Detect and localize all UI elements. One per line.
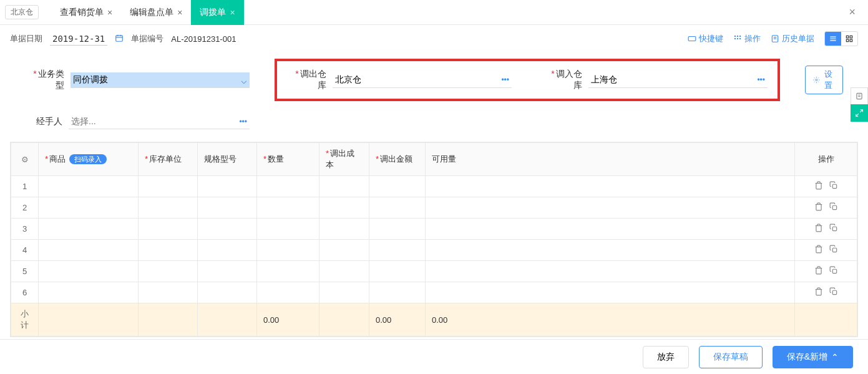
copy-icon[interactable] — [829, 181, 838, 192]
cell-qty[interactable] — [257, 240, 319, 261]
cell-product[interactable] — [39, 240, 139, 261]
delete-icon[interactable] — [814, 245, 823, 255]
cell-qty[interactable] — [257, 219, 319, 240]
cell-out-amount[interactable] — [369, 219, 426, 240]
table-row[interactable]: 3 — [11, 219, 857, 240]
cell-out-amount[interactable] — [369, 282, 426, 303]
cell-unit[interactable] — [139, 219, 198, 240]
more-icon[interactable]: ••• — [239, 117, 247, 126]
cell-out-amount[interactable] — [369, 176, 426, 197]
cell-qty[interactable] — [257, 261, 319, 282]
cell-out-cost[interactable] — [319, 197, 369, 219]
copy-icon[interactable] — [829, 287, 838, 298]
biz-type-label: *业务类型 — [25, 69, 64, 91]
table-row[interactable]: 4 — [11, 240, 857, 261]
cell-out-cost[interactable] — [319, 282, 369, 303]
delete-icon[interactable] — [814, 181, 823, 192]
more-icon[interactable]: ••• — [757, 76, 765, 84]
cell-out-amount[interactable] — [369, 240, 426, 261]
table-row[interactable]: 1 — [11, 176, 857, 197]
handler-label: 经手人 — [25, 116, 62, 127]
available-header: 可用量 — [426, 143, 795, 176]
scan-badge[interactable]: 扫码录入 — [69, 154, 107, 164]
handler-input[interactable] — [69, 114, 250, 129]
items-table-wrap: ⚙ *商品扫码录入 *库存单位 规格型号 *数量 *调出成本 *调出金额 可用量… — [10, 142, 858, 337]
in-wh-input[interactable] — [588, 72, 768, 88]
copy-icon[interactable] — [829, 266, 838, 277]
doc-no-value: AL-20191231-001 — [171, 34, 236, 44]
cell-spec[interactable] — [198, 240, 257, 261]
more-icon[interactable]: ••• — [501, 76, 509, 84]
cell-available[interactable] — [426, 240, 795, 261]
delete-icon[interactable] — [814, 287, 823, 298]
chevron-down-icon[interactable]: ⌵ — [241, 74, 247, 86]
out-cost-header: *调出成本 — [319, 143, 369, 176]
cell-spec[interactable] — [198, 197, 257, 219]
cell-unit[interactable] — [139, 261, 198, 282]
copy-icon[interactable] — [829, 202, 838, 213]
calendar-icon[interactable] — [115, 34, 124, 44]
copy-icon[interactable] — [829, 245, 838, 255]
cell-product[interactable] — [39, 197, 139, 219]
view-grid-icon[interactable] — [841, 32, 857, 46]
cell-spec[interactable] — [198, 261, 257, 282]
settings-button[interactable]: 设置 — [805, 66, 843, 94]
close-icon[interactable]: × — [230, 7, 235, 17]
cell-unit[interactable] — [139, 282, 198, 303]
tab-transfer[interactable]: 调拨单 × — [191, 0, 243, 25]
copy-icon[interactable] — [829, 224, 838, 234]
cell-spec[interactable] — [198, 219, 257, 240]
table-row[interactable]: 6 — [11, 282, 857, 303]
cell-out-cost[interactable] — [319, 261, 369, 282]
cell-qty[interactable] — [257, 176, 319, 197]
delete-icon[interactable] — [814, 266, 823, 277]
cell-qty[interactable] — [257, 197, 319, 219]
warehouse-tag[interactable]: 北京仓 — [5, 5, 39, 19]
date-value[interactable]: 2019-12-31 — [50, 32, 107, 46]
operate-button[interactable]: 操作 — [733, 33, 761, 44]
cell-available[interactable] — [426, 282, 795, 303]
view-list-icon[interactable] — [825, 32, 841, 46]
cell-unit[interactable] — [139, 176, 198, 197]
table-row[interactable]: 2 — [11, 197, 857, 219]
cell-out-amount[interactable] — [369, 261, 426, 282]
cell-spec[interactable] — [198, 282, 257, 303]
tab-sales-view[interactable]: 查看销货单 × — [51, 0, 121, 25]
cell-spec[interactable] — [198, 176, 257, 197]
delete-icon[interactable] — [814, 202, 823, 213]
cell-product[interactable] — [39, 219, 139, 240]
history-button[interactable]: 历史单据 — [771, 33, 814, 44]
tab-label: 查看销货单 — [60, 7, 104, 18]
shortcuts-button[interactable]: 快捷键 — [688, 33, 723, 44]
cell-available[interactable] — [426, 176, 795, 197]
close-panel-icon[interactable]: × — [841, 6, 863, 19]
biz-type-input[interactable] — [71, 72, 250, 88]
side-note-icon[interactable] — [851, 87, 868, 105]
cell-available[interactable] — [426, 261, 795, 282]
cell-out-cost[interactable] — [319, 176, 369, 197]
out-wh-input[interactable] — [333, 72, 512, 88]
cell-product[interactable] — [39, 261, 139, 282]
cell-product[interactable] — [39, 176, 139, 197]
discard-button[interactable]: 放弃 — [643, 346, 689, 368]
cell-available[interactable] — [426, 197, 795, 219]
subtotal-label: 小计 — [11, 303, 39, 337]
close-icon[interactable]: × — [177, 7, 182, 17]
spec-header: 规格型号 — [198, 143, 257, 176]
save-new-button[interactable]: 保存&新增 ⌃ — [773, 346, 853, 368]
gear-header[interactable]: ⚙ — [11, 143, 39, 176]
cell-out-cost[interactable] — [319, 219, 369, 240]
save-draft-button[interactable]: 保存草稿 — [699, 346, 763, 368]
cell-out-cost[interactable] — [319, 240, 369, 261]
side-expand-icon[interactable] — [851, 104, 868, 122]
cell-available[interactable] — [426, 219, 795, 240]
cell-qty[interactable] — [257, 282, 319, 303]
table-row[interactable]: 5 — [11, 261, 857, 282]
close-icon[interactable]: × — [107, 7, 112, 17]
cell-unit[interactable] — [139, 197, 198, 219]
cell-out-amount[interactable] — [369, 197, 426, 219]
cell-product[interactable] — [39, 282, 139, 303]
delete-icon[interactable] — [814, 224, 823, 234]
cell-unit[interactable] — [139, 240, 198, 261]
tab-edit-inventory[interactable]: 编辑盘点单 × — [121, 0, 191, 25]
